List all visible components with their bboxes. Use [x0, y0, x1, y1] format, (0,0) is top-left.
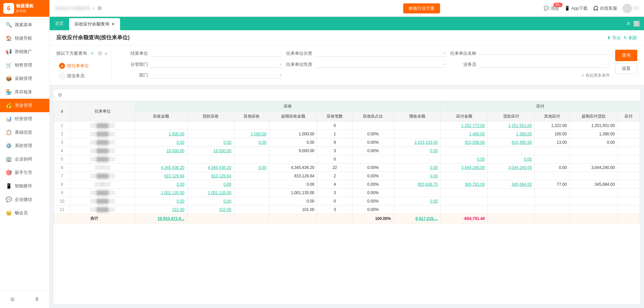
row-ap-amt[interactable]: 1,252,773.00: [441, 122, 488, 130]
user-avatar[interactable]: Rit: [623, 4, 639, 13]
row-ap-loan[interactable]: 1,390.00: [488, 130, 535, 138]
header-center: 体验行业方案: [299, 3, 543, 13]
row-ap-overdue: 345,684.00: [570, 180, 618, 189]
sidebar-item-quick-nav[interactable]: 🏠 快捷导航: [0, 32, 49, 45]
unit-category-select[interactable]: ▾: [315, 50, 446, 57]
row-ar-amt[interactable]: 18,000.00: [135, 147, 187, 155]
row-ar-other[interactable]: 0.00: [234, 164, 269, 172]
salesperson-select[interactable]: ···: [479, 61, 610, 68]
app-download-action[interactable]: 📱 App下载: [565, 5, 588, 11]
tab-expand-icon[interactable]: ⬜: [633, 20, 640, 27]
sidebar-item-sales[interactable]: 🛒 销售管理: [0, 58, 49, 72]
row-ar-prepay[interactable]: 0.00: [394, 197, 441, 206]
row-ar-amt[interactable]: 152.00: [135, 206, 187, 214]
sidebar-item-enterprise[interactable]: 🏢 企业协同: [0, 152, 49, 166]
dept-select[interactable]: ▾: [151, 72, 281, 79]
message-icon: 💬: [544, 6, 549, 11]
filter-collapse-btn[interactable]: «: [105, 51, 107, 56]
row-ar-amt[interactable]: 1,000.00: [135, 130, 187, 138]
collapse-more-btn[interactable]: ∧ 收起更多条件: [581, 73, 610, 78]
table-wrapper[interactable]: # 往来单位 应收 应付 应收金额 贷款应收 其他应收 超期应收金额 应收笔数 …: [54, 101, 640, 304]
sidebar-item-purchase[interactable]: 📦 采购管理: [0, 72, 49, 85]
trial-button[interactable]: 体验行业方案: [403, 3, 440, 13]
row-ar-loan[interactable]: 4,345,436.20: [187, 164, 234, 172]
sidebar-item-inventory[interactable]: 🏪 库存核算: [0, 85, 49, 99]
unit-name-select[interactable]: [479, 52, 610, 55]
scheme-salesperson-icon: ○: [59, 73, 65, 79]
row-ar-loan[interactable]: 810,126.64: [187, 172, 234, 180]
footer-ar-amt[interactable]: 19,553,472,6...: [135, 214, 187, 223]
footer-ar-overdue: [269, 214, 317, 223]
sidebar-item-search[interactable]: 🔍 搜索菜单: [0, 18, 49, 32]
online-service-action[interactable]: 🎧 在线客服: [593, 5, 617, 11]
sidebar-item-system[interactable]: ⚙️ 系统管理: [0, 139, 49, 152]
sidebar-item-basic[interactable]: 📋 基础信息: [0, 126, 49, 139]
tab-close-window-icon[interactable]: ✕: [626, 20, 631, 27]
tab-ar-ap[interactable]: 应收应付余额查询 ✕: [69, 18, 120, 30]
row-ar-amt[interactable]: 0.00: [135, 180, 187, 189]
row-ar-other[interactable]: 0.00: [234, 138, 269, 147]
sidebar-item-finance[interactable]: 💰 资金管理: [0, 99, 49, 112]
settlement-unit-select[interactable]: ···: [151, 50, 281, 57]
sidebar-item-member[interactable]: 👑 畅会员: [0, 206, 49, 220]
filter-settings-btn[interactable]: ⊙: [98, 50, 102, 56]
scheme-by-unit[interactable]: ⊛ 按往来单位: [56, 61, 107, 71]
row-ap-loan[interactable]: 1,251,551.00: [488, 122, 535, 130]
row-ar-other[interactable]: 1,000.00: [234, 130, 269, 138]
footer-ap-other: [535, 214, 570, 223]
row-ar-loan[interactable]: 152.00: [187, 206, 234, 214]
row-ar-amt[interactable]: 4,345,436.20: [135, 164, 187, 172]
row-ar-loan[interactable]: 1,001,135.00: [187, 189, 234, 197]
row-ar-count: 0: [317, 122, 352, 130]
row-ar-loan[interactable]: 18,000.00: [187, 147, 234, 155]
dept-manager-select[interactable]: ▾: [151, 61, 281, 68]
row-ap-amt[interactable]: 3,044,240.00: [441, 164, 488, 172]
row-ar-amt[interactable]: 1,001,135.00: [135, 189, 187, 197]
footer-ap-amt: -654,751.40: [441, 214, 488, 223]
row-ar-loan[interactable]: 0.00: [187, 138, 234, 147]
export-button[interactable]: ⬆ 导出: [607, 35, 621, 41]
row-ap-amt[interactable]: 1,490.00: [441, 130, 488, 138]
scheme-by-salesperson[interactable]: ○ 按业务员: [56, 71, 107, 81]
row-ar-loan[interactable]: 0.00: [187, 197, 234, 206]
footer-ar-prepay[interactable]: 6,417,215....: [394, 214, 441, 223]
row-ar-prepay[interactable]: 655,636.75: [394, 180, 441, 189]
tab-home[interactable]: 首页: [50, 17, 69, 30]
page-header: 应收应付余额查询(按往来单位) ⬆ 导出 ↻ 刷新: [50, 30, 644, 46]
message-action[interactable]: 💬 消息 99+: [544, 5, 559, 11]
header-gear-icon[interactable]: ⚙: [97, 5, 102, 11]
row-ar-prepay[interactable]: 0.00: [394, 164, 441, 172]
row-ap-loan[interactable]: 0.00: [488, 155, 535, 164]
guide-icon: 🎯: [5, 169, 12, 176]
row-ar-overdue: 0.00: [269, 197, 317, 206]
settings-footer-btn[interactable]: ⚙: [6, 293, 18, 305]
sidebar-item-wechat[interactable]: 💬 企业微信: [0, 193, 49, 206]
page-title: 应收应付余额查询(按往来单位): [56, 34, 130, 45]
collapse-footer-btn[interactable]: ⏸: [31, 293, 43, 305]
row-ar-amt[interactable]: 0.00: [135, 197, 187, 206]
row-ap-loan[interactable]: 3,044,240.00: [488, 164, 535, 172]
sidebar-item-guide[interactable]: 🎯 新手引导: [0, 166, 49, 179]
row-ap-loan[interactable]: 345,684.00: [488, 180, 535, 189]
refresh-button[interactable]: ↻ 刷新: [624, 35, 637, 41]
row-ar-prepay[interactable]: 0.00: [394, 172, 441, 180]
sidebar-item-operation[interactable]: 📊 经营管理: [0, 112, 49, 126]
row-ap-loan[interactable]: 915,495.56: [488, 138, 535, 147]
row-ar-amt[interactable]: 0.00: [135, 138, 187, 147]
row-ar-ratio: 0.00%: [352, 147, 394, 155]
row-ap-amt[interactable]: 915,508.56: [441, 138, 488, 147]
row-ar-prepay[interactable]: 2,153,333.00: [394, 138, 441, 147]
sidebar-item-marketing[interactable]: 📢 营销推广: [0, 45, 49, 58]
filter-add-btn[interactable]: ＋: [90, 50, 95, 57]
sidebar-item-hardware[interactable]: 📱 智能硬件: [0, 179, 49, 193]
setting-button[interactable]: 设置: [615, 63, 637, 74]
unit-nature-select[interactable]: ▾: [315, 61, 446, 68]
row-ar-amt[interactable]: 810,126.64: [135, 172, 187, 180]
table-settings-icon[interactable]: ⚙: [58, 92, 62, 98]
query-button[interactable]: 查询: [615, 50, 637, 61]
tab-close-icon[interactable]: ✕: [111, 22, 115, 27]
row-ar-prepay[interactable]: 0.00: [394, 147, 441, 155]
row-ar-loan[interactable]: 0.00: [187, 180, 234, 189]
row-ap-amt[interactable]: 345,761.00: [441, 180, 488, 189]
row-ap-amt[interactable]: 0.00: [441, 155, 488, 164]
